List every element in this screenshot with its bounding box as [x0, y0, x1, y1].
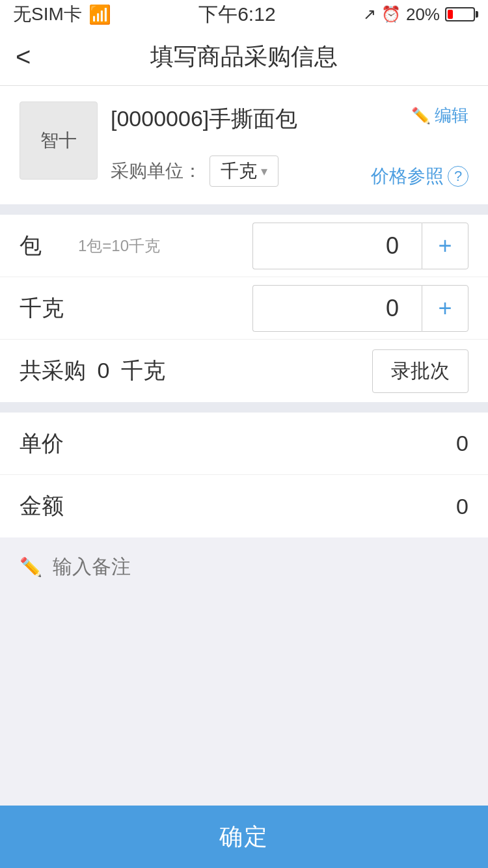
product-name: [0000006]手撕面包 [111, 104, 297, 134]
amount-row: 金额 0 [0, 475, 488, 537]
bag-plus-button[interactable]: + [422, 223, 468, 269]
kg-input-control: + [252, 285, 468, 332]
unit-select[interactable]: 千克 ▾ [210, 156, 278, 187]
bag-input-row: 包 1包=10千克 + [0, 215, 488, 277]
unit-price-label: 单价 [20, 429, 64, 459]
pencil-icon: ✏️ [20, 556, 42, 578]
product-image: 智十 [20, 102, 98, 180]
product-top-row: [0000006]手撕面包 ✏️ 编辑 [111, 104, 468, 147]
bottom-area: 确定 [0, 806, 488, 868]
remark-section: ✏️ [0, 537, 488, 596]
alarm-icon: ⏰ [381, 5, 401, 23]
edit-icon: ✏️ [411, 107, 431, 125]
status-bar: 无SIM卡 📶 下午6:12 ↗ ⏰ 20% [0, 0, 488, 29]
kg-input[interactable] [252, 285, 422, 332]
product-unit-row: 采购单位： 千克 ▾ [111, 156, 278, 187]
nav-bar: < 填写商品采购信息 [0, 29, 488, 86]
bag-label: 包 [20, 231, 72, 261]
product-info: [0000006]手撕面包 ✏️ 编辑 采购单位： 千克 ▾ 价格参照 ? [111, 102, 468, 189]
bag-sublabel: 1包=10千克 [78, 236, 160, 256]
chevron-down-icon: ▾ [261, 163, 267, 179]
summary-value: 0 [97, 358, 109, 383]
status-time: 下午6:12 [198, 1, 275, 28]
section-divider-2 [0, 402, 488, 413]
section-divider-1 [0, 204, 488, 215]
summary-text: 共采购 0 千克 [20, 356, 165, 386]
unit-prefix-label: 采购单位： [111, 159, 202, 183]
bag-input-control: + [252, 223, 468, 269]
wifi-icon: 📶 [88, 4, 111, 25]
battery-icon [445, 7, 475, 21]
amount-value: 0 [456, 494, 468, 519]
price-ref-button[interactable]: 价格参照 ? [371, 164, 468, 189]
product-logo: 智十 [40, 128, 77, 153]
amount-label: 金额 [20, 491, 64, 521]
batch-button[interactable]: 录批次 [372, 349, 468, 393]
carrier-label: 无SIM卡 [13, 2, 82, 27]
bag-input[interactable] [252, 223, 422, 269]
location-icon: ↗ [363, 5, 376, 23]
summary-row: 共采购 0 千克 录批次 [0, 340, 488, 402]
status-left: 无SIM卡 📶 [13, 2, 111, 27]
kg-label: 千克 [20, 293, 72, 323]
battery-fill [448, 10, 453, 19]
edit-button[interactable]: ✏️ 编辑 [411, 104, 468, 127]
remark-input[interactable] [53, 556, 468, 578]
product-card: 智十 [0000006]手撕面包 ✏️ 编辑 采购单位： 千克 ▾ 价格参照 ? [0, 86, 488, 204]
content-spacer [0, 596, 488, 726]
kg-plus-button[interactable]: + [422, 285, 468, 332]
battery-percent: 20% [406, 5, 440, 25]
unit-price-value: 0 [456, 431, 468, 456]
kg-input-row: 千克 + [0, 277, 488, 340]
input-section: 包 1包=10千克 + 千克 + [0, 215, 488, 340]
price-section: 单价 0 金额 0 [0, 413, 488, 537]
help-icon: ? [448, 166, 468, 187]
status-right: ↗ ⏰ 20% [363, 5, 475, 25]
confirm-button[interactable]: 确定 [0, 806, 488, 868]
page-title: 填写商品采购信息 [150, 41, 338, 73]
back-button[interactable]: < [16, 42, 31, 72]
unit-price-row: 单价 0 [0, 413, 488, 475]
